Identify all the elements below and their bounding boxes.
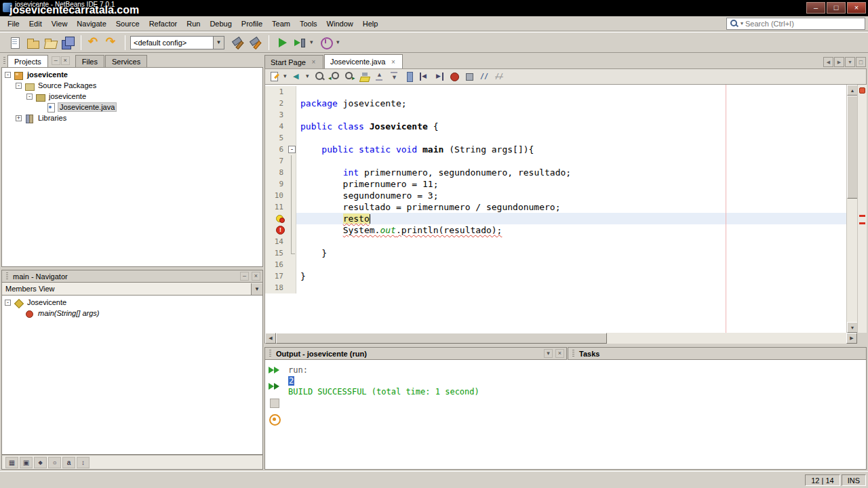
scroll-left-button[interactable]: ◀ <box>265 333 276 344</box>
line-number[interactable]: 1 <box>265 86 287 98</box>
tree-item-source-packages[interactable]: -Source Packages <box>2 80 262 91</box>
menu-run[interactable]: Run <box>182 18 205 30</box>
find-next-button[interactable] <box>342 70 357 83</box>
clean-build-button[interactable] <box>248 35 264 51</box>
line-number[interactable]: 17 <box>265 270 287 282</box>
build-button[interactable] <box>230 35 246 51</box>
toggle-breakpoint-button[interactable] <box>447 70 461 83</box>
redo-button[interactable] <box>104 35 120 51</box>
scroll-tabs-left-button[interactable] <box>823 57 833 67</box>
code-text[interactable] <box>296 259 846 270</box>
line-number[interactable]: 8 <box>265 167 287 178</box>
error-stripe-mark[interactable] <box>859 215 865 217</box>
collapse-toggle[interactable]: - <box>26 94 33 100</box>
error-stripe-mark[interactable] <box>859 222 865 224</box>
find-previous-button[interactable] <box>328 70 342 83</box>
scrollbar-track[interactable] <box>276 333 846 344</box>
uncomment-button[interactable] <box>492 70 506 83</box>
menu-profile[interactable]: Profile <box>237 18 267 30</box>
line-number[interactable]: 11 <box>265 201 287 213</box>
code-text[interactable]: resto <box>296 213 846 224</box>
code-text[interactable] <box>296 109 846 121</box>
line-number[interactable] <box>265 224 287 236</box>
debug-dropdown[interactable] <box>309 35 317 51</box>
line-number[interactable]: 7 <box>265 155 287 167</box>
scroll-right-button[interactable]: ▶ <box>846 333 857 344</box>
show-inherited-button[interactable] <box>5 457 18 468</box>
code-text[interactable] <box>296 236 846 247</box>
tab-files[interactable]: Files <box>75 55 104 67</box>
last-edited-dropdown[interactable] <box>283 70 290 83</box>
expand-toggle[interactable]: + <box>16 115 22 121</box>
tasks-header[interactable]: Tasks <box>568 347 867 360</box>
code-text[interactable]: int primernumero, segundonumero, resulta… <box>296 167 846 178</box>
next-bookmark-button[interactable] <box>387 70 401 83</box>
drag-grip[interactable] <box>572 350 574 358</box>
line-number[interactable]: 16 <box>265 259 287 270</box>
show-fields-button[interactable] <box>20 457 33 468</box>
chevron-down-icon[interactable]: ▾ <box>741 20 743 26</box>
code-text[interactable] <box>296 282 846 293</box>
insert-mode-indicator[interactable]: INS <box>842 474 866 486</box>
opened-documents-button[interactable] <box>845 57 855 67</box>
code-text[interactable]: System.out.println(resultado); <box>296 224 846 236</box>
stop-button[interactable] <box>268 396 280 409</box>
chevron-down-icon[interactable]: ▼ <box>251 283 262 295</box>
tree-item-josevicente[interactable]: -Josevicente <box>2 297 262 308</box>
new-project-button[interactable] <box>24 35 41 51</box>
scroll-tabs-right-button[interactable] <box>834 57 844 67</box>
show-static-button[interactable] <box>34 457 47 468</box>
menu-view[interactable]: View <box>47 18 73 30</box>
line-number[interactable]: 2 <box>265 98 287 109</box>
menu-tools[interactable]: Tools <box>295 18 322 30</box>
toggle-highlight-button[interactable] <box>357 70 372 83</box>
close-tab-icon[interactable]: × <box>310 58 317 66</box>
tree-item-libraries[interactable]: +Libraries <box>2 113 262 123</box>
config-value[interactable]: <default config> <box>130 36 213 49</box>
shift-left-button[interactable] <box>417 70 431 83</box>
last-edited-button[interactable] <box>268 70 282 83</box>
scrollbar-thumb[interactable] <box>276 333 607 344</box>
scroll-up-button[interactable]: ▲ <box>847 85 858 96</box>
show-non-public-button[interactable] <box>48 457 61 468</box>
code-text[interactable]: package josevicente; <box>296 98 846 109</box>
previous-bookmark-button[interactable] <box>372 70 387 83</box>
menu-refactor[interactable]: Refactor <box>144 18 182 30</box>
error-badge-icon[interactable] <box>276 226 285 235</box>
ant-settings-button[interactable] <box>268 413 280 425</box>
undo-button[interactable] <box>86 35 102 51</box>
open-project-button[interactable] <box>42 35 58 51</box>
collapse-toggle[interactable]: - <box>5 300 11 306</box>
drag-grip[interactable] <box>269 350 271 358</box>
sort-source-button[interactable] <box>77 457 90 468</box>
debug-button[interactable] <box>292 35 308 51</box>
save-all-button[interactable] <box>60 35 76 51</box>
config-select[interactable]: <default config> ▼ <box>130 36 224 49</box>
back-dropdown[interactable] <box>305 70 312 83</box>
drag-grip[interactable] <box>3 57 5 65</box>
line-number[interactable]: 3 <box>265 109 287 121</box>
line-number[interactable]: 5 <box>265 132 287 144</box>
file-status-indicator[interactable] <box>859 87 865 94</box>
title-bar[interactable]: josevicente - NetBeans IDE 7.0.1 josevic… <box>0 0 868 16</box>
code-text[interactable] <box>296 132 846 144</box>
menu-navigate[interactable]: Navigate <box>72 18 111 30</box>
minimize-window-button[interactable]: – <box>52 56 60 65</box>
tree-item-josevicente[interactable]: -josevicente <box>2 69 262 80</box>
search-input[interactable] <box>745 20 862 28</box>
editor-tab-josevicente-java[interactable]: Josevicente.java× <box>324 54 403 68</box>
find-button[interactable] <box>313 70 327 83</box>
menu-debug[interactable]: Debug <box>205 18 236 30</box>
hint-bulb-icon[interactable] <box>276 214 285 223</box>
line-number[interactable]: 6 <box>265 144 287 155</box>
close-window-button[interactable]: × <box>61 56 70 65</box>
back-button[interactable] <box>290 70 304 83</box>
maximize-button[interactable]: □ <box>827 2 846 14</box>
close-tab-icon[interactable]: × <box>389 58 397 66</box>
line-number[interactable]: 4 <box>265 121 287 132</box>
editor-vertical-scrollbar[interactable]: ▲ ▼ <box>846 85 857 333</box>
run-button[interactable] <box>274 35 290 51</box>
line-number[interactable]: 18 <box>265 282 287 293</box>
code-text[interactable]: segundonumero = 3; <box>296 190 846 201</box>
line-number[interactable] <box>265 213 287 224</box>
